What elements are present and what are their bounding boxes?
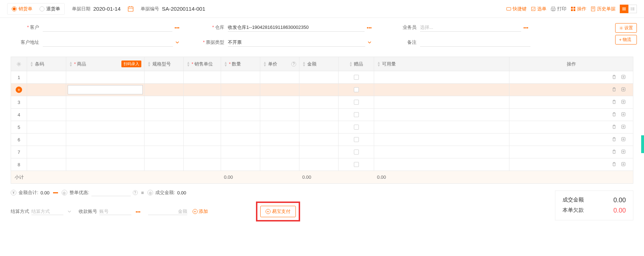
whole-discount-input[interactable] bbox=[91, 189, 131, 196]
amount-cell[interactable] bbox=[299, 84, 339, 96]
shortcut-button[interactable]: 快捷键 bbox=[506, 6, 527, 12]
product-cell[interactable] bbox=[66, 146, 145, 158]
price-cell[interactable] bbox=[260, 96, 299, 108]
qty-header[interactable]: ▲▼*数量 bbox=[221, 57, 260, 71]
qty-cell[interactable] bbox=[221, 96, 260, 108]
barcode-cell[interactable] bbox=[27, 146, 66, 158]
gift-checkbox[interactable] bbox=[354, 137, 359, 142]
gift-checkbox[interactable] bbox=[354, 75, 359, 80]
scan-badge[interactable]: 扫码录入 bbox=[121, 61, 141, 67]
product-cell[interactable] bbox=[66, 96, 145, 108]
qty-cell[interactable] bbox=[221, 146, 260, 158]
barcode-cell[interactable] bbox=[27, 84, 66, 96]
amount-input[interactable] bbox=[148, 208, 187, 215]
logistics-button[interactable]: + 物流 bbox=[615, 35, 637, 45]
invoice-type-input[interactable] bbox=[228, 38, 365, 47]
qty-cell[interactable] bbox=[221, 158, 260, 171]
history-button[interactable]: 历史单据 bbox=[591, 6, 616, 12]
copy-row-icon[interactable] bbox=[621, 149, 627, 155]
operate-button[interactable]: 操作 bbox=[571, 6, 586, 12]
calendar-icon[interactable] bbox=[128, 6, 133, 12]
return-order-radio[interactable]: 退货单 bbox=[36, 4, 64, 14]
price-cell[interactable] bbox=[260, 71, 299, 83]
product-cell[interactable] bbox=[66, 121, 145, 133]
add-button[interactable]: + 添加 bbox=[193, 208, 208, 215]
settlement-input[interactable] bbox=[31, 208, 63, 215]
invoice-dropdown-icon[interactable] bbox=[365, 40, 374, 45]
unit-cell[interactable] bbox=[184, 158, 221, 171]
select-order-button[interactable]: 选单 bbox=[531, 6, 546, 12]
price-header[interactable]: ▲▼单价? bbox=[260, 57, 299, 71]
gear-column[interactable] bbox=[11, 57, 27, 71]
gift-checkbox[interactable] bbox=[354, 87, 359, 92]
unit-cell[interactable] bbox=[184, 146, 221, 158]
spec-cell[interactable] bbox=[145, 158, 184, 171]
yeepay-button[interactable]: + 易宝支付 bbox=[260, 206, 296, 217]
barcode-header[interactable]: ▲▼条码 bbox=[27, 57, 66, 71]
qty-cell[interactable] bbox=[221, 71, 260, 83]
add-row-icon[interactable]: + bbox=[16, 87, 22, 93]
salesperson-input[interactable] bbox=[420, 23, 521, 32]
settings-button[interactable]: 设置 bbox=[615, 23, 637, 33]
spec-cell[interactable] bbox=[145, 109, 184, 121]
copy-row-icon[interactable] bbox=[621, 112, 627, 117]
address-input[interactable] bbox=[43, 38, 173, 47]
price-cell[interactable] bbox=[260, 158, 299, 171]
available-header[interactable]: ▲▼可用量 bbox=[374, 57, 509, 71]
amount-cell[interactable] bbox=[299, 71, 339, 83]
side-handle[interactable] bbox=[641, 135, 644, 153]
help-icon[interactable]: ? bbox=[133, 190, 138, 195]
amount-cell[interactable] bbox=[299, 158, 339, 171]
delete-row-icon[interactable] bbox=[612, 87, 617, 93]
account-more-icon[interactable]: ••• bbox=[133, 209, 143, 214]
copy-row-icon[interactable] bbox=[621, 74, 627, 80]
spec-cell[interactable] bbox=[145, 71, 184, 83]
qty-cell[interactable] bbox=[221, 134, 260, 146]
remark-input[interactable] bbox=[420, 38, 530, 47]
product-cell[interactable] bbox=[66, 109, 145, 121]
warehouse-more-icon[interactable]: ••• bbox=[365, 25, 374, 30]
view-list-button[interactable] bbox=[628, 5, 637, 13]
amount-cell[interactable] bbox=[299, 109, 339, 121]
view-compact-button[interactable] bbox=[620, 5, 628, 13]
spec-cell[interactable] bbox=[145, 84, 184, 96]
customer-input[interactable] bbox=[43, 23, 172, 32]
spec-cell[interactable] bbox=[145, 121, 184, 133]
price-cell[interactable] bbox=[260, 146, 299, 158]
warehouse-input[interactable] bbox=[228, 23, 365, 32]
customer-more-icon[interactable]: ••• bbox=[172, 25, 182, 30]
barcode-cell[interactable] bbox=[27, 71, 66, 83]
price-cell[interactable] bbox=[260, 109, 299, 121]
product-cell-input[interactable] bbox=[68, 85, 143, 94]
salesperson-more-icon[interactable]: ••• bbox=[521, 25, 530, 30]
copy-row-icon[interactable] bbox=[621, 124, 627, 130]
delete-row-icon[interactable] bbox=[612, 137, 617, 142]
barcode-cell[interactable] bbox=[27, 121, 66, 133]
spec-header[interactable]: ▲▼规格型号 bbox=[145, 57, 184, 71]
spec-cell[interactable] bbox=[145, 134, 184, 146]
unit-cell[interactable] bbox=[184, 84, 221, 96]
amount-header[interactable]: ▲▼金额 bbox=[299, 57, 339, 71]
unit-header[interactable]: ▲▼*销售单位 bbox=[184, 57, 221, 71]
copy-row-icon[interactable] bbox=[621, 137, 627, 142]
spec-cell[interactable] bbox=[145, 96, 184, 108]
help-icon[interactable]: ? bbox=[291, 62, 296, 67]
barcode-cell[interactable] bbox=[27, 109, 66, 121]
unit-cell[interactable] bbox=[184, 71, 221, 83]
account-input[interactable] bbox=[99, 208, 131, 215]
price-cell[interactable] bbox=[260, 134, 299, 146]
unit-cell[interactable] bbox=[184, 134, 221, 146]
barcode-cell[interactable] bbox=[27, 134, 66, 146]
barcode-cell[interactable] bbox=[27, 158, 66, 171]
qty-cell[interactable] bbox=[221, 109, 260, 121]
product-header[interactable]: ▲▼*商品扫码录入 bbox=[66, 57, 145, 71]
gift-checkbox[interactable] bbox=[354, 162, 359, 167]
product-cell[interactable] bbox=[66, 134, 145, 146]
delete-row-icon[interactable] bbox=[612, 112, 617, 117]
copy-row-icon[interactable] bbox=[621, 99, 627, 105]
copy-row-icon[interactable] bbox=[621, 87, 627, 93]
delete-row-icon[interactable] bbox=[612, 124, 617, 130]
gift-checkbox[interactable] bbox=[354, 125, 359, 130]
price-cell[interactable] bbox=[260, 84, 299, 96]
gift-checkbox[interactable] bbox=[354, 100, 359, 105]
